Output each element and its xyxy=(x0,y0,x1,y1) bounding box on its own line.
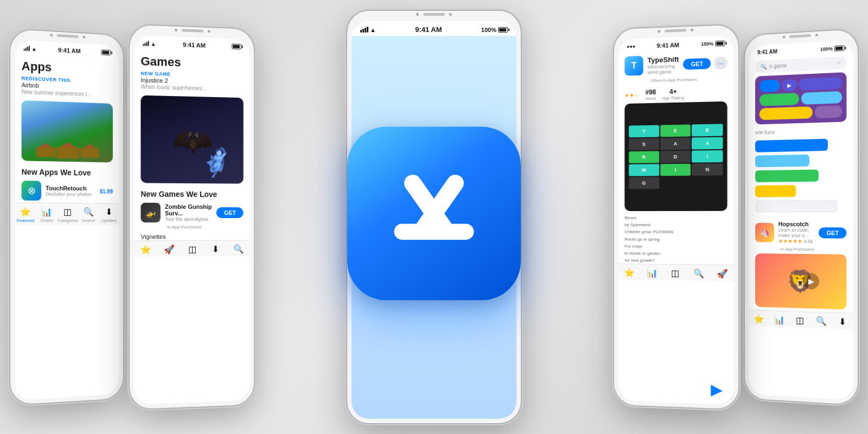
hopscotch-row[interactable]: 🦄 Hopscotch Learn to code, make your o..… xyxy=(749,219,853,247)
updates-icon: ⬇ xyxy=(106,207,113,217)
tab-bar-2: ⭐ 🚀 ◫ ⬇ 🔍 xyxy=(134,240,250,257)
signal-icon-3 xyxy=(360,27,368,33)
search-bar-5[interactable]: 🔍 n game ✕ xyxy=(755,56,846,73)
color-bar-teal xyxy=(755,155,809,168)
animal-video-thumb[interactable]: 🦁 ▶ xyxy=(755,253,846,310)
speaker-2 xyxy=(182,29,203,32)
battery-icon-3 xyxy=(498,27,508,33)
tab-charts-1[interactable]: 📊 Charts xyxy=(36,207,58,223)
typeshift-get-button[interactable]: GET xyxy=(683,58,711,70)
charts-label: Charts xyxy=(40,218,53,223)
letter-A2: A xyxy=(692,137,723,150)
tab-featured-1[interactable]: ⭐ Featured xyxy=(15,207,36,224)
hut-1 xyxy=(36,143,55,157)
tab-charts-5[interactable]: 📊 xyxy=(769,314,790,325)
tab-bar-4: ⭐ 📊 ◫ 🔍 🚀 xyxy=(618,264,734,281)
zombie-get-button[interactable]: GET xyxy=(216,207,244,218)
battery-pct-5: 100% xyxy=(820,46,833,52)
typeshift-name: TypeShift xyxy=(648,55,679,64)
tab-search-2[interactable]: 🔍 xyxy=(227,244,250,254)
puzzle-yellow[interactable] xyxy=(760,106,813,120)
airbnb-image-inner xyxy=(22,100,113,163)
search-icon-5: 🔍 xyxy=(761,63,767,69)
tab-search-tab-5[interactable]: 🔍 xyxy=(810,316,832,327)
search-icon-2: 🔍 xyxy=(233,244,244,254)
airbnb-banner xyxy=(22,100,113,163)
letter-N: N xyxy=(692,163,723,176)
letter-R: R xyxy=(629,151,659,163)
touchretouch-row[interactable]: ⊗ TouchRetouch Declutter your photos $1.… xyxy=(15,178,119,203)
battery-area-5: 100% xyxy=(820,45,845,52)
time-display-2: 9:41 AM xyxy=(183,41,206,48)
tab-categories-1[interactable]: ◫ Categories xyxy=(58,207,78,223)
tab-featured-4[interactable]: ⭐ xyxy=(618,267,641,278)
tab-featured-5[interactable]: ⭐ xyxy=(749,314,769,324)
featured-icon-2: ⭐ xyxy=(141,244,151,254)
puzzle-teal[interactable] xyxy=(801,91,842,105)
bloom-credit-1: Bloom xyxy=(618,214,734,221)
tab-updates-5[interactable]: ⬇ xyxy=(832,316,853,328)
wifi-icon: ▲ xyxy=(31,46,37,52)
hopscotch-stars: ★★★★★ 4.5k xyxy=(778,238,815,245)
puzzle-btn-long[interactable] xyxy=(799,77,842,91)
hopscotch-get-button[interactable]: GET xyxy=(819,227,846,238)
color-bar-blue xyxy=(755,139,828,152)
new-apps-section: New Apps We Love xyxy=(15,163,119,180)
stack-icon: ◫ xyxy=(189,244,197,254)
tab-featured-2[interactable]: ⭐ xyxy=(134,244,157,254)
main-scene: ▲ 9:41 AM Apps REDISCOVER THIS Airbn xyxy=(0,0,868,434)
hopscotch-icon: 🦄 xyxy=(755,222,774,242)
zombie-info: Zombie Gunship Surv... Tour the apocalyp… xyxy=(165,203,212,222)
zombie-icon: 🚁 xyxy=(141,203,160,222)
time-display-5-left: 9:41 AM xyxy=(757,48,777,55)
letter-A: A xyxy=(660,138,691,150)
tab-charts-4[interactable]: 📊 xyxy=(641,268,663,278)
tab-dl-2[interactable]: ⬇ xyxy=(204,244,227,254)
tab-updates-4[interactable]: 🚀 xyxy=(710,269,733,279)
puzzle-green[interactable] xyxy=(760,93,799,106)
search-label: Search xyxy=(82,218,95,223)
tab-stack-2[interactable]: ◫ xyxy=(181,244,205,254)
speaker-3 xyxy=(423,13,445,16)
search-icon-tab: 🔍 xyxy=(83,207,94,217)
phone-2-notch xyxy=(130,25,254,36)
tab-bar-1: ⭐ Featured 📊 Charts ◫ Categories 🔍 Searc… xyxy=(15,203,119,226)
tab-rocket-2[interactable]: 🚀 xyxy=(158,244,181,254)
time-display-4: 9:41 AM xyxy=(657,42,679,49)
tab-search-1[interactable]: 🔍 Search xyxy=(78,207,99,223)
play-icon-5[interactable]: ▶ xyxy=(803,273,819,290)
letter-I: I xyxy=(692,150,723,163)
letter-W: W xyxy=(629,164,659,176)
camera-dot-5 xyxy=(783,36,786,39)
search-icon-4: 🔍 xyxy=(693,269,704,279)
categories-icon: ◫ xyxy=(64,207,72,217)
rank-label: Word xyxy=(646,96,656,101)
battery-icon-5 xyxy=(834,45,844,51)
phone-4-screen: ●●● 9:41 AM 100% T xyxy=(618,35,734,405)
wifi-icon-2: ▲ xyxy=(151,41,156,47)
tab-categories-5[interactable]: ◫ xyxy=(790,315,810,326)
signal-icon xyxy=(24,46,30,52)
apps-screen-content: Apps REDISCOVER THIS Airbnb New summer e… xyxy=(15,53,119,203)
sensor-dot-2 xyxy=(208,30,210,33)
zombie-row[interactable]: 🚁 Zombie Gunship Surv... Tour the apocal… xyxy=(134,201,250,225)
wifi-icon-3: ▲ xyxy=(370,27,376,33)
sensor-dot xyxy=(83,36,86,39)
puzzle-btn-arrow[interactable]: ▶ xyxy=(782,79,797,91)
phone-1: ▲ 9:41 AM Apps REDISCOVER THIS Airbn xyxy=(10,29,123,405)
tab-search-4[interactable]: 🔍 xyxy=(687,269,710,279)
zombie-tagline: Tour the apocalypse xyxy=(165,216,212,222)
puzzle-white[interactable] xyxy=(815,105,842,118)
tab-categories-4[interactable]: ◫ xyxy=(664,268,687,278)
sensor-dot-3 xyxy=(449,13,452,16)
puzzle-btn-blue[interactable] xyxy=(760,80,780,92)
review-count-5: 4.5k xyxy=(803,239,813,244)
tab-updates-1[interactable]: ⬇ Updates xyxy=(99,207,119,223)
touchretouch-name: TouchRetouch xyxy=(46,185,95,192)
rocket-icon-4: 🚀 xyxy=(717,269,727,279)
charts-icon: 📊 xyxy=(41,207,52,217)
more-button[interactable]: ··· xyxy=(714,56,727,70)
camera-dot-2 xyxy=(175,29,177,31)
search-placeholder-5: n game xyxy=(769,62,787,69)
letter-grid: T E E S A A R D I W I N G xyxy=(624,119,727,193)
